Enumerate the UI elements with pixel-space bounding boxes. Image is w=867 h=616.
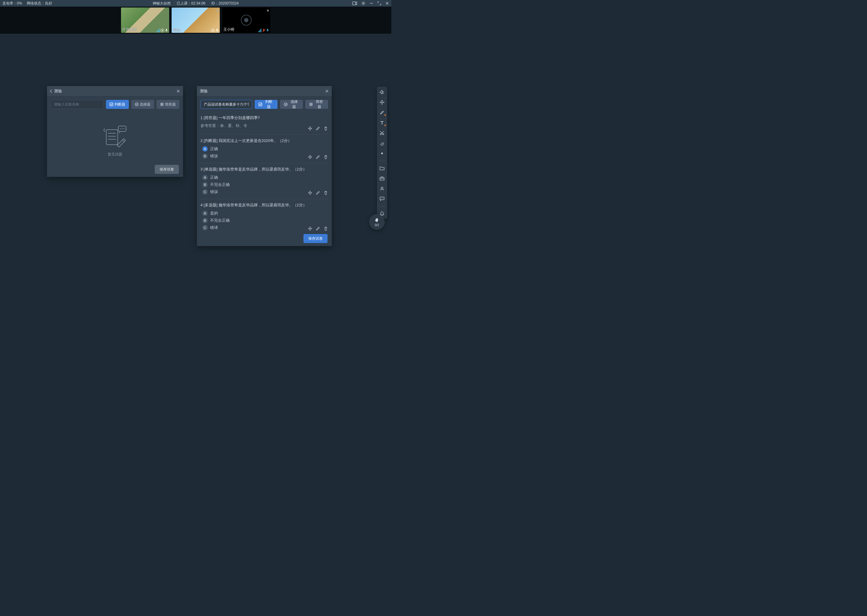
save-quiz-button[interactable]: 保存试卷: [155, 165, 179, 174]
delete-icon[interactable]: [323, 190, 328, 195]
class-name: 神秘大自然: [153, 1, 171, 6]
video-tile-student[interactable]: × 王小明: [222, 8, 270, 33]
question-item: 3 [单选题] 施华洛世奇是反华品牌，所以梁鼎琪反华。（2分） A正确 B不完全…: [200, 163, 328, 199]
scissors-tool-icon[interactable]: [379, 130, 385, 136]
badge-icon: [161, 28, 164, 32]
delete-icon[interactable]: [323, 226, 328, 231]
move-icon[interactable]: [308, 190, 312, 195]
question-item: 2 [判断题] 我国宪法上一次更新是在2020年。（2分） A正确 B错误: [200, 135, 328, 163]
add-judge-button[interactable]: 判断题: [106, 100, 129, 109]
toolbox-icon[interactable]: [379, 175, 385, 181]
panel-header: 测验: [47, 86, 183, 96]
panel-title: 测验: [54, 88, 62, 94]
svg-point-1: [363, 3, 364, 4]
close-icon[interactable]: ×: [216, 8, 219, 13]
signal-icon: [156, 28, 159, 32]
question-title: 3 [单选题] 施华洛世奇是反华品牌，所以梁鼎琪反华。（2分）: [200, 167, 328, 172]
question-option[interactable]: B不完全正确: [202, 182, 328, 187]
camera-off-icon: [241, 15, 252, 25]
svg-point-28: [382, 198, 382, 199]
cursor-tool-icon[interactable]: [379, 89, 385, 95]
svg-rect-6: [267, 29, 268, 31]
move-icon[interactable]: [308, 126, 312, 131]
brightness-tool-icon[interactable]: [379, 150, 385, 156]
hand-count: 0/2: [375, 223, 379, 227]
add-short-answer-button[interactable]: 简答题: [156, 100, 180, 109]
mic-icon: [266, 28, 269, 32]
delete-icon[interactable]: [323, 155, 328, 159]
eraser-tool-icon[interactable]: [379, 140, 385, 146]
hand-icon: [374, 217, 380, 223]
svg-point-27: [381, 198, 381, 199]
add-choice-button[interactable]: 选择题: [131, 100, 154, 109]
panel-title: 测验: [200, 88, 208, 94]
question-title: 4 [多选题] 施华洛世奇是反华品牌，所以梁鼎琪反华。（2分）: [200, 202, 328, 208]
question-option[interactable]: B不完全正确: [202, 218, 328, 223]
packet-loss: 丢包率：0%: [2, 1, 22, 6]
camera-toggle-icon[interactable]: [352, 2, 357, 5]
question-item: 1 [简答题] 一年四季分别是哪四季? 参考答案：春、夏、秋、冬: [200, 112, 328, 135]
video-name-label: 王小明: [223, 27, 234, 32]
quiz-name-input[interactable]: [50, 100, 104, 109]
mic-icon: [216, 28, 219, 32]
empty-state: 暂无试题: [50, 112, 180, 162]
status-bar: 丢包率：0% 网络状态：良好 神秘大自然 已上课：02:34:09 ID：202…: [0, 0, 391, 6]
pen-tool-icon[interactable]: [379, 110, 385, 115]
question-option[interactable]: A是的: [202, 211, 328, 216]
video-strip: 叮当老师 × Nina × 王小明: [0, 6, 391, 34]
close-icon[interactable]: [177, 90, 180, 93]
mic-icon: [165, 28, 168, 32]
svg-rect-10: [106, 130, 118, 145]
video-tile-teacher[interactable]: 叮当老师: [121, 8, 169, 33]
delete-icon[interactable]: [323, 126, 328, 131]
empty-illustration-icon: [101, 124, 129, 148]
svg-rect-5: [263, 29, 264, 31]
move-icon[interactable]: [308, 226, 312, 231]
chat-icon[interactable]: [379, 196, 385, 202]
raise-hand-badge[interactable]: 0/2: [369, 214, 385, 230]
close-window-icon[interactable]: [385, 2, 389, 5]
svg-rect-4: [216, 29, 218, 31]
signal-icon: [258, 28, 261, 32]
quiz-panel-filled: 测验 判断题 选择题 简答题 1 [简答题] 一年四季分别是哪四季? 参考答案：…: [197, 86, 332, 246]
session-id: ID：2020070324: [211, 1, 239, 6]
right-toolbar: [377, 86, 387, 219]
question-title: 1 [简答题] 一年四季分别是哪四季?: [200, 115, 328, 121]
edit-icon[interactable]: [315, 155, 320, 159]
mic-muted-icon: [262, 28, 265, 32]
folder-icon[interactable]: [379, 165, 385, 171]
close-icon[interactable]: [325, 90, 329, 93]
badge-icon: [211, 28, 214, 32]
svg-point-29: [383, 198, 383, 199]
question-option[interactable]: A正确: [202, 146, 328, 152]
user-icon[interactable]: [379, 185, 385, 192]
text-tool-icon[interactable]: [379, 120, 385, 126]
svg-rect-20: [310, 103, 312, 105]
network-status: 网络状态：良好: [27, 1, 52, 6]
maximize-icon[interactable]: [377, 2, 381, 5]
move-tool-icon[interactable]: [379, 99, 385, 105]
svg-point-16: [122, 128, 123, 129]
question-option[interactable]: A正确: [202, 175, 328, 180]
video-name-label: 叮当老师: [122, 27, 137, 32]
settings-icon[interactable]: [361, 1, 366, 5]
svg-rect-9: [161, 103, 163, 105]
edit-icon[interactable]: [315, 226, 320, 231]
edit-icon[interactable]: [315, 190, 320, 195]
question-item: 4 [多选题] 施华洛世奇是反华品牌，所以梁鼎琪反华。（2分） A是的 B不完全…: [200, 199, 328, 231]
elapsed-time: 已上课：02:34:09: [177, 1, 205, 6]
panel-header: 测验: [197, 86, 332, 96]
add-judge-button[interactable]: 判断题: [255, 100, 277, 109]
video-tile-nina[interactable]: × Nina: [172, 8, 220, 33]
edit-icon[interactable]: [315, 126, 320, 131]
move-icon[interactable]: [308, 155, 312, 159]
add-choice-button[interactable]: 选择题: [280, 100, 303, 109]
save-quiz-button[interactable]: 保存试卷: [303, 234, 328, 243]
svg-point-25: [381, 187, 383, 189]
empty-text: 暂无试题: [108, 152, 122, 157]
quiz-name-input[interactable]: [200, 100, 252, 109]
back-icon[interactable]: [50, 90, 52, 93]
close-icon[interactable]: ×: [267, 8, 269, 13]
minimize-icon[interactable]: [370, 2, 373, 5]
add-short-answer-button[interactable]: 简答题: [305, 100, 328, 109]
